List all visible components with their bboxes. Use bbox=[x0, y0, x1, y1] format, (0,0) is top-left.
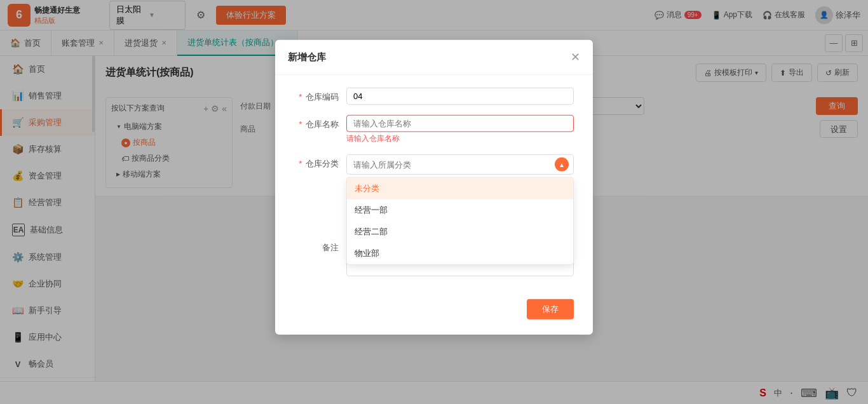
save-button[interactable]: 保存 bbox=[527, 299, 574, 320]
dropdown-item-unclassified[interactable]: 未分类 bbox=[347, 178, 573, 199]
form-row-name: * 仓库名称 请输入仓库名称 bbox=[294, 115, 574, 144]
form-row-category: * 仓库分类 ▲ 未分类 经营一部 经营二部 物业部 bbox=[294, 154, 574, 175]
category-toggle-icon[interactable]: ▲ bbox=[555, 158, 569, 172]
name-required-mark: * bbox=[299, 119, 302, 129]
modal-footer: 保存 bbox=[275, 299, 593, 320]
code-input-wrap bbox=[346, 88, 574, 105]
dropdown-item-dept2[interactable]: 经营二部 bbox=[347, 221, 573, 243]
name-error-msg: 请输入仓库名称 bbox=[346, 133, 574, 144]
category-label: * 仓库分类 bbox=[294, 154, 339, 170]
category-input[interactable] bbox=[346, 154, 574, 175]
category-dropdown: 未分类 经营一部 经营二部 物业部 bbox=[346, 177, 574, 265]
category-select-wrap: ▲ 未分类 经营一部 经营二部 物业部 bbox=[346, 154, 574, 175]
dropdown-item-property[interactable]: 物业部 bbox=[347, 243, 573, 264]
form-row-code: * 仓库编码 bbox=[294, 88, 574, 105]
name-input[interactable] bbox=[346, 115, 574, 132]
name-label-text: 仓库名称 bbox=[306, 119, 339, 129]
modal-title: 新增仓库 bbox=[288, 51, 326, 63]
modal-add-warehouse: 新增仓库 ✕ * 仓库编码 * 仓库名称 请输入仓库名称 bbox=[275, 40, 593, 335]
category-label-text: 仓库分类 bbox=[306, 159, 339, 168]
name-label: * 仓库名称 bbox=[294, 115, 339, 130]
code-label: * 仓库编码 bbox=[294, 88, 339, 103]
remark-label: 备注 bbox=[294, 238, 339, 253]
code-label-text: 仓库编码 bbox=[306, 92, 339, 102]
code-input[interactable] bbox=[346, 88, 574, 105]
required-mark: * bbox=[299, 92, 302, 102]
dropdown-item-dept1[interactable]: 经营一部 bbox=[347, 199, 573, 221]
modal-header: 新增仓库 ✕ bbox=[275, 40, 593, 75]
name-input-wrap: 请输入仓库名称 bbox=[346, 115, 574, 144]
modal-body: * 仓库编码 * 仓库名称 请输入仓库名称 * 仓库分类 bbox=[275, 75, 593, 299]
category-required-mark: * bbox=[299, 159, 302, 168]
modal-close-button[interactable]: ✕ bbox=[571, 50, 580, 64]
